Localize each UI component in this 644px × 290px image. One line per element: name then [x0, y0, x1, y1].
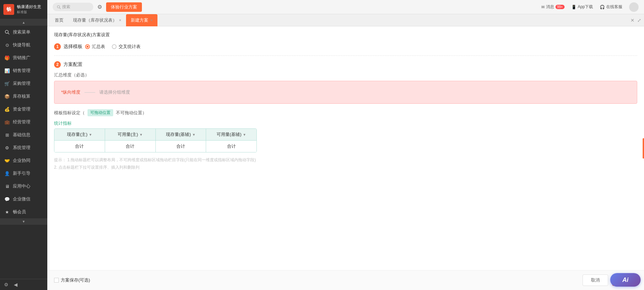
radio-summary-circle	[85, 44, 90, 49]
sidebar-item-member[interactable]: ★ 畅会员	[0, 206, 47, 218]
messages-badge: 99+	[555, 5, 565, 9]
step1-header: 1 选择模板 汇总表 交叉统计表	[54, 43, 637, 50]
sidebar-item-collab[interactable]: 🤝 企业协同	[0, 154, 47, 167]
chevron-down-icon-2: ▼	[140, 133, 143, 137]
gift-icon: 🎁	[4, 55, 10, 61]
app-logo-icon: 畅	[3, 4, 14, 15]
topbar-search-text: 搜索	[62, 4, 70, 10]
topbar: 搜索 ⚙ 体验行业方案 ✉ 消息 99+ 📱 App下载 🎧 在线客服	[47, 0, 644, 14]
settings-bottom-icon[interactable]: ⚙	[4, 282, 8, 287]
bag-icon: 🛒	[4, 80, 10, 87]
chat-icon: 💬	[4, 196, 10, 202]
save-option[interactable]: 方案保存(可选)	[54, 277, 90, 283]
sidebar-item-app-center[interactable]: 🖥 应用中心	[0, 180, 47, 193]
app-download-item[interactable]: 📱 App下载	[571, 4, 593, 10]
radio-summary-label: 汇总表	[92, 44, 105, 50]
radio-cross[interactable]: 交叉统计表	[112, 44, 141, 50]
tabs-actions: ✕ ⤢	[630, 18, 641, 23]
online-service-item[interactable]: 🎧 在线客服	[600, 4, 622, 10]
tab-new-plan-close[interactable]: ×	[150, 18, 153, 23]
stats-col-4: 可用量(基辅) ▼ 合计	[206, 129, 256, 152]
app-logo-text: 畅康通好生意 标准版	[17, 4, 41, 15]
step1-number: 1	[54, 43, 61, 50]
stats-col-4-body: 合计	[206, 141, 256, 152]
sidebar-bottom: ⚙ ◀	[0, 279, 47, 290]
content-area: 现存量(库存状况表)方案设置 1 选择模板 汇总表 交叉统计表	[47, 26, 644, 270]
topbar-right: ✉ 消息 99+ 📱 App下载 🎧 在线客服	[541, 2, 639, 12]
briefcase-icon: 💼	[4, 119, 10, 125]
sidebar-item-newbie[interactable]: 👤 新手引导	[0, 167, 47, 180]
topbar-search[interactable]: 搜索	[53, 3, 93, 11]
step2-title: 方案配置	[64, 62, 82, 68]
dimension-placeholder: 请选择分组维度	[99, 89, 130, 95]
stats-col-1-header[interactable]: 现存量(主) ▼	[54, 129, 105, 141]
main-area: 搜索 ⚙ 体验行业方案 ✉ 消息 99+ 📱 App下载 🎧 在线客服 首页	[47, 0, 644, 290]
stats-table-header: 现存量(主) ▼ 合计 可用量(主) ▼	[54, 129, 256, 152]
sidebar-item-finance[interactable]: 💰 资金管理	[0, 103, 47, 116]
right-edge-hint	[643, 138, 644, 159]
sidebar-search-label: 搜索菜单	[13, 29, 30, 35]
chevron-down-icon-3: ▼	[192, 133, 196, 137]
tab-new-plan[interactable]: 新建方案 ×	[126, 14, 157, 26]
sidebar-item-navigation[interactable]: ⊙ 快捷导航	[0, 39, 47, 51]
sidebar-logo: 畅 畅康通好生意 标准版	[0, 0, 47, 19]
dimension-dash: ——	[84, 89, 95, 95]
tip-2: 2. 点击标题栏下拉可设置排序、插入列和删除列	[54, 164, 637, 171]
phone-icon: 📱	[571, 5, 576, 9]
sidebar-item-weixin[interactable]: 💬 企业微信	[0, 193, 47, 206]
tab-close-all[interactable]: ✕	[630, 18, 635, 23]
sidebar-item-basic-info[interactable]: ⊞ 基础信息	[0, 128, 47, 141]
sidebar-scroll-up[interactable]: ▲	[0, 19, 47, 26]
stats-col-3: 现存量(基辅) ▼ 合计	[156, 129, 206, 152]
topbar-search-icon	[57, 5, 61, 9]
stats-col-4-header[interactable]: 可用量(基辅) ▼	[206, 129, 256, 141]
member-icon: ★	[4, 209, 10, 215]
stats-col-1-body: 合计	[54, 141, 105, 152]
user-avatar[interactable]	[629, 2, 639, 12]
sidebar-item-management[interactable]: 💼 经营管理	[0, 116, 47, 128]
sidebar-item-purchase[interactable]: 🛒 采购管理	[0, 77, 47, 90]
message-icon: ✉	[541, 5, 545, 9]
indicator-settings: 模板指标设定（ 可拖动位置 不可拖动位置）	[54, 109, 637, 116]
tabs-bar: 首页 现存量（库存状况表） × 新建方案 × ✕ ⤢	[47, 14, 644, 26]
stats-col-1: 现存量(主) ▼ 合计	[54, 129, 105, 152]
monitor-icon: 🖥	[4, 183, 10, 189]
headset-icon: 🎧	[600, 5, 605, 9]
step2-section: 2 方案配置 汇总维度（必选） *纵向维度 —— 请选择分组维度 模板指标设定（…	[54, 61, 637, 171]
divider-1	[54, 55, 637, 56]
audio-icon[interactable]: ◀	[14, 282, 18, 287]
tab-inventory[interactable]: 现存量（库存状况表） ×	[68, 14, 126, 26]
stats-section-label: 统计指标	[54, 120, 637, 126]
stats-col-2-header[interactable]: 可用量(主) ▼	[105, 129, 155, 141]
step2-header: 2 方案配置	[54, 61, 637, 68]
sidebar-item-system[interactable]: ⚙ 系统管理	[0, 141, 47, 154]
sidebar-item-search[interactable]: 搜索菜单	[0, 26, 47, 39]
chart-icon: 📊	[4, 68, 10, 74]
chevron-down-icon-4: ▼	[243, 133, 246, 137]
chevron-down-icon-1: ▼	[89, 133, 92, 137]
tab-home[interactable]: 首页	[50, 14, 68, 26]
sidebar-scroll-down[interactable]: ▼	[0, 218, 47, 225]
search-icon	[4, 29, 10, 35]
stats-col-2: 可用量(主) ▼ 合计	[105, 129, 156, 152]
sidebar-item-sales[interactable]: 📊 销售管理	[0, 64, 47, 77]
industry-btn[interactable]: 体验行业方案	[106, 2, 142, 12]
radio-summary[interactable]: 汇总表	[85, 44, 105, 50]
ai-button[interactable]: Ai	[610, 273, 641, 287]
save-checkbox[interactable]	[54, 278, 59, 283]
sidebar-item-marketing[interactable]: 🎁 营销推广	[0, 51, 47, 64]
stats-col-3-header[interactable]: 现存量(基辅) ▼	[156, 129, 206, 141]
sidebar-item-inventory[interactable]: 📦 库存核算	[0, 90, 47, 103]
user-plus-icon: 👤	[4, 170, 10, 176]
tab-maximize[interactable]: ⤢	[637, 18, 641, 23]
dimension-area[interactable]: *纵向维度 —— 请选择分组维度	[54, 81, 637, 104]
step1-section: 1 选择模板 汇总表 交叉统计表	[54, 43, 637, 50]
cancel-button[interactable]: 取消	[583, 274, 608, 286]
grid-icon: ⊞	[4, 132, 10, 138]
radio-cross-circle	[112, 44, 117, 49]
tab-inventory-close[interactable]: ×	[119, 18, 121, 23]
svg-line-3	[59, 8, 60, 9]
indicator-label: 模板指标设定（ 可拖动位置 不可拖动位置）	[54, 109, 637, 116]
messages-item[interactable]: ✉ 消息 99+	[541, 4, 565, 10]
topbar-gear[interactable]: ⚙	[97, 4, 102, 10]
